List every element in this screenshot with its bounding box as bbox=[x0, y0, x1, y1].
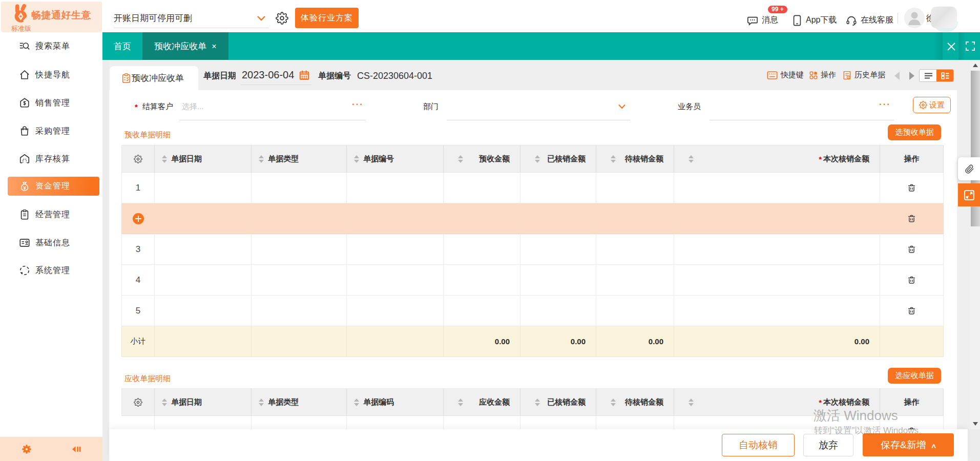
table-cell[interactable] bbox=[252, 234, 347, 265]
scroll-down-arrow[interactable] bbox=[973, 422, 978, 426]
table-cell[interactable] bbox=[674, 416, 880, 429]
sort-icon[interactable] bbox=[689, 399, 694, 406]
table-cell[interactable] bbox=[674, 203, 880, 234]
attachment-button[interactable] bbox=[958, 157, 980, 180]
table-cell[interactable] bbox=[674, 296, 880, 326]
app-download-menu[interactable]: App下载 bbox=[792, 4, 837, 36]
close-all-tabs-icon[interactable] bbox=[945, 40, 957, 53]
table-cell[interactable] bbox=[444, 265, 520, 296]
select-prepaid-bills-button[interactable]: 选预收单据 bbox=[888, 124, 941, 140]
sort-icon[interactable] bbox=[259, 399, 264, 406]
fullscreen-icon[interactable] bbox=[965, 41, 975, 51]
department-field[interactable] bbox=[447, 97, 630, 120]
sort-icon[interactable] bbox=[611, 399, 616, 406]
table-cell[interactable] bbox=[444, 416, 520, 429]
table-cell[interactable] bbox=[155, 203, 252, 234]
sort-icon[interactable] bbox=[354, 155, 359, 163]
operations-button[interactable]: 操作 bbox=[809, 60, 836, 90]
vertical-scrollbar[interactable] bbox=[971, 60, 980, 429]
tab-home[interactable]: 首页 bbox=[102, 32, 142, 60]
trash-icon[interactable] bbox=[908, 276, 915, 284]
table-cell[interactable] bbox=[520, 234, 596, 265]
table-cell[interactable] bbox=[347, 296, 444, 326]
collapse-sidebar-icon[interactable] bbox=[71, 444, 81, 454]
column-header-receivable-amount[interactable]: 应收金额 bbox=[444, 388, 520, 416]
column-settings-header[interactable] bbox=[121, 145, 155, 173]
table-cell[interactable] bbox=[520, 296, 596, 326]
date-value[interactable]: 2023-06-04 bbox=[242, 69, 294, 81]
sort-icon[interactable] bbox=[611, 155, 616, 163]
table-cell[interactable] bbox=[347, 203, 444, 234]
table-cell[interactable] bbox=[596, 203, 674, 234]
sidebar-item-funds[interactable]: 资金管理 bbox=[8, 177, 99, 196]
table-cell[interactable] bbox=[155, 296, 252, 326]
table-cell[interactable] bbox=[155, 265, 252, 296]
table-cell[interactable] bbox=[596, 265, 674, 296]
table-cell[interactable] bbox=[444, 296, 520, 326]
auto-verify-button[interactable]: 自动核销 bbox=[722, 434, 795, 456]
expand-panel-button[interactable] bbox=[958, 183, 980, 206]
department-chevron-icon[interactable] bbox=[618, 103, 626, 110]
table-cell[interactable] bbox=[252, 416, 347, 429]
table-cell[interactable] bbox=[155, 416, 252, 429]
account-set-selector[interactable]: 开账日期可停用可删 bbox=[114, 12, 192, 24]
sidebar-item-operations[interactable]: 经营管理 bbox=[0, 204, 102, 225]
table-gear-icon[interactable] bbox=[134, 155, 142, 163]
tab-active-document[interactable]: 预收冲应收单 × bbox=[142, 32, 228, 60]
column-header-verified-amount[interactable]: 已核销金额 bbox=[520, 145, 596, 173]
table-cell[interactable] bbox=[252, 296, 347, 326]
hotkeys-button[interactable]: 快捷键 bbox=[767, 60, 804, 90]
list-view-button[interactable] bbox=[920, 70, 936, 81]
table-cell[interactable] bbox=[520, 416, 596, 429]
discard-button[interactable]: 放弃 bbox=[803, 434, 853, 456]
online-service-menu[interactable]: 在线客服 bbox=[846, 4, 893, 36]
column-header-type[interactable]: 单据类型 bbox=[252, 145, 347, 173]
table-cell[interactable] bbox=[520, 203, 596, 234]
document-form-tab[interactable]: 预收冲应收单 bbox=[110, 66, 198, 90]
column-header-date[interactable]: 单据日期 bbox=[155, 145, 252, 173]
trial-plan-button[interactable]: 体验行业方案 bbox=[295, 8, 359, 28]
sort-icon[interactable] bbox=[535, 155, 540, 163]
table-cell[interactable] bbox=[444, 234, 520, 265]
prev-doc-icon[interactable] bbox=[894, 72, 900, 80]
table-cell[interactable] bbox=[444, 173, 520, 203]
table-cell[interactable] bbox=[674, 265, 880, 296]
column-header-prepaid-amount[interactable]: 预收金额 bbox=[444, 145, 520, 173]
select-receivable-bills-button[interactable]: 选应收单据 bbox=[888, 368, 941, 384]
add-row-icon[interactable] bbox=[133, 213, 144, 224]
table-cell[interactable] bbox=[252, 203, 347, 234]
sidebar-item-inventory[interactable]: 库存核算 bbox=[0, 149, 102, 169]
trash-icon[interactable] bbox=[908, 307, 915, 315]
table-cell[interactable] bbox=[347, 173, 444, 203]
column-header-type[interactable]: 单据类型 bbox=[252, 388, 347, 416]
column-header-code[interactable]: 单据编码 bbox=[347, 388, 444, 416]
chevron-down-icon[interactable] bbox=[257, 15, 266, 22]
sort-icon[interactable] bbox=[162, 399, 167, 406]
sidebar-item-quick-nav[interactable]: 快捷导航 bbox=[0, 65, 102, 85]
table-cell[interactable] bbox=[596, 296, 674, 326]
table-cell[interactable] bbox=[155, 234, 252, 265]
table-cell[interactable] bbox=[674, 234, 880, 265]
sort-icon[interactable] bbox=[458, 399, 463, 406]
avatar[interactable] bbox=[904, 8, 925, 28]
calendar-icon[interactable] bbox=[299, 70, 309, 80]
column-header-no[interactable]: 单据编号 bbox=[347, 145, 444, 173]
table-cell[interactable] bbox=[596, 416, 674, 429]
sort-icon[interactable] bbox=[259, 155, 264, 163]
form-view-button[interactable] bbox=[936, 70, 953, 81]
sidebar-item-purchase[interactable]: 采购管理 bbox=[0, 121, 102, 141]
scroll-up-arrow[interactable] bbox=[973, 64, 978, 67]
sort-icon[interactable] bbox=[535, 399, 540, 406]
customer-field[interactable]: 选择... ··· bbox=[179, 97, 366, 120]
table-cell[interactable] bbox=[520, 173, 596, 203]
sort-icon[interactable] bbox=[354, 399, 359, 406]
column-header-date[interactable]: 单据日期 bbox=[155, 388, 252, 416]
table-cell[interactable] bbox=[444, 203, 520, 234]
table-gear-icon[interactable] bbox=[134, 398, 142, 407]
tab-close-icon[interactable]: × bbox=[212, 43, 216, 51]
sidebar-item-base-info[interactable]: 基础信息 bbox=[0, 233, 102, 253]
trash-icon[interactable] bbox=[908, 245, 915, 254]
settings-button[interactable]: 设置 bbox=[913, 97, 951, 113]
table-cell[interactable] bbox=[674, 173, 880, 203]
history-button[interactable]: 历史单据 bbox=[843, 60, 885, 90]
